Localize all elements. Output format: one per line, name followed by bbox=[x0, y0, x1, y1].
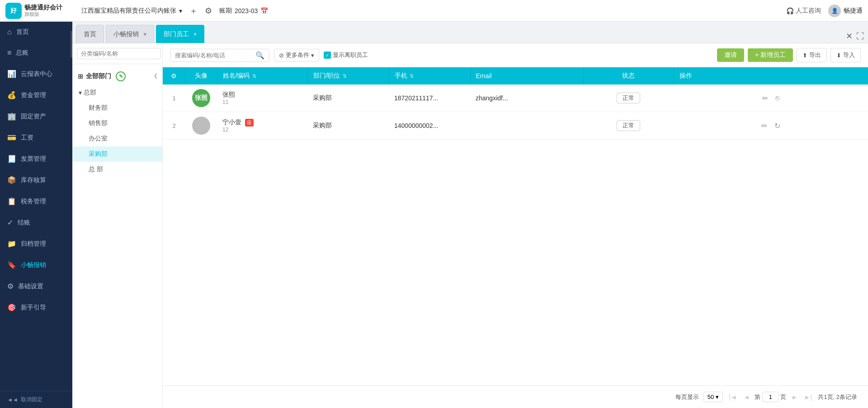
sidebar-item-expense[interactable]: 🔖 小畅报销 bbox=[0, 254, 72, 276]
logo-icon: 好 bbox=[5, 3, 22, 19]
employee-search-input[interactable] bbox=[175, 52, 254, 59]
sidebar-item-archive[interactable]: 📁 归档管理 bbox=[0, 233, 72, 254]
close-tab-btn[interactable]: ✕ bbox=[846, 31, 853, 41]
tab-expense-close[interactable]: × bbox=[143, 31, 146, 38]
sidebar-item-salary[interactable]: 💳 工资 bbox=[0, 127, 72, 148]
chevron-down-icon: ▾ bbox=[79, 89, 82, 96]
sidebar-item-settings[interactable]: ⚙ 基础设置 bbox=[0, 276, 72, 297]
dept-collapse-icon[interactable]: 《 bbox=[151, 73, 157, 80]
th-dept[interactable]: 部门/职位 ⇅ bbox=[307, 67, 389, 84]
sidebar-item-label: 发票管理 bbox=[21, 155, 46, 163]
name-code-1: 张熙 11 bbox=[222, 91, 302, 105]
th-setting[interactable]: ⚙ bbox=[163, 67, 185, 84]
sidebar-item-label: 资金管理 bbox=[21, 91, 46, 99]
row-dept-2: 采购部 bbox=[307, 112, 389, 140]
expand-tab-btn[interactable]: ⛶ bbox=[856, 32, 864, 41]
tab-expense[interactable]: 小畅报销 × bbox=[106, 25, 154, 43]
dept-item-finance[interactable]: 财务部 bbox=[72, 100, 162, 116]
tab-employees-label: 部门员工 bbox=[164, 30, 189, 38]
dept-item-hq[interactable]: ▾ 总部 bbox=[72, 85, 162, 100]
th-name[interactable]: 姓名/编码 ⇅ bbox=[217, 67, 307, 84]
service-button[interactable]: 🎧 人工咨询 bbox=[786, 7, 821, 15]
sidebar-item-guide[interactable]: 🎯 新手引导 bbox=[0, 297, 72, 318]
th-action: 操作 bbox=[674, 67, 868, 84]
import-button[interactable]: ⬇ 导入 bbox=[830, 48, 861, 62]
sidebar-item-inventory[interactable]: 📦 库存核算 bbox=[0, 169, 72, 191]
dept-search-input[interactable] bbox=[77, 48, 161, 59]
dept-item-hq2[interactable]: 总 部 bbox=[72, 162, 162, 177]
dept-purchase-label: 采购部 bbox=[89, 150, 108, 157]
row-actions-2: ✏ ↻ bbox=[674, 112, 868, 140]
archive-icon: 📁 bbox=[7, 239, 16, 248]
sidebar-item-ledger[interactable]: ≡ 总账 bbox=[0, 42, 72, 63]
sidebar-item-funds[interactable]: 💰 资金管理 bbox=[0, 84, 72, 106]
tab-employees[interactable]: 部门员工 × bbox=[156, 25, 204, 43]
sidebar-item-invoice[interactable]: 🧾 发票管理 bbox=[0, 148, 72, 169]
filter-button[interactable]: ⊘ 更多条件 ▾ bbox=[274, 49, 319, 61]
page-content: 🔍 ⊞ 全部部门 ✎ 《 ▾ 总部 财务部 bbox=[72, 43, 868, 408]
th-phone[interactable]: 手机 ⇅ bbox=[389, 67, 470, 84]
add-employee-button[interactable]: + 新增员工 bbox=[748, 48, 793, 62]
employee-panel: 🔍 ⊘ 更多条件 ▾ ✓ 显示离职员工 邀请 bbox=[163, 43, 868, 408]
first-page-btn[interactable]: |◄ bbox=[727, 392, 738, 403]
dept-item-purchase[interactable]: 采购部 bbox=[72, 146, 162, 162]
settings-icon[interactable]: ⚙ bbox=[205, 6, 212, 16]
dept-item-office[interactable]: 办公室 bbox=[72, 131, 162, 146]
sidebar-item-home[interactable]: ⌂ 首页 bbox=[0, 22, 72, 42]
company-selector[interactable]: 江西服宝精品有限责任公司内账张 ▾ bbox=[81, 7, 182, 15]
logout-icon-1[interactable]: ⎋ bbox=[775, 94, 780, 102]
settings-col-icon: ⚙ bbox=[171, 72, 177, 80]
settings-gear-icon: ⚙ bbox=[7, 282, 14, 291]
sidebar-item-tax[interactable]: 📋 税务管理 bbox=[0, 191, 72, 212]
show-left-checkbox[interactable]: ✓ 显示离职员工 bbox=[324, 51, 368, 59]
employee-toolbar: 🔍 ⊘ 更多条件 ▾ ✓ 显示离职员工 邀请 bbox=[163, 43, 868, 67]
unpin-button[interactable]: ◄◄ 取消固定 bbox=[0, 391, 72, 408]
calendar-icon[interactable]: 📅 bbox=[260, 7, 268, 14]
edit-icon-2[interactable]: ✏ bbox=[761, 122, 767, 130]
user-area[interactable]: 👤 畅捷通 bbox=[828, 5, 863, 17]
dept-hq-label: 总部 bbox=[84, 89, 96, 97]
dept-item-sales[interactable]: 销售部 bbox=[72, 116, 162, 131]
tab-home-label: 首页 bbox=[84, 30, 96, 38]
next-page-btn[interactable]: ► bbox=[789, 392, 800, 403]
row-dept-1: 采购部 bbox=[307, 84, 389, 112]
import-icon: ⬇ bbox=[836, 52, 841, 59]
th-email: Email bbox=[470, 67, 583, 84]
company-name: 江西服宝精品有限责任公司内账张 bbox=[81, 7, 176, 15]
search-icon[interactable]: 🔍 bbox=[255, 51, 264, 60]
prev-page-btn[interactable]: ◄ bbox=[741, 392, 752, 403]
refresh-icon-2[interactable]: ↻ bbox=[774, 122, 780, 130]
top-header: 好 畅捷通好会计 旗舰版 江西服宝精品有限责任公司内账张 ▾ ＋ ⚙ 账期 20… bbox=[0, 0, 868, 22]
page-label: 第 bbox=[755, 393, 760, 401]
dept-office-label: 办公室 bbox=[89, 135, 108, 142]
tab-employees-close[interactable]: × bbox=[193, 31, 197, 38]
row-status-2: 正常 bbox=[583, 112, 674, 140]
dept-edit-button[interactable]: ✎ bbox=[116, 71, 126, 81]
export-button[interactable]: ⬆ 导出 bbox=[797, 48, 827, 62]
per-page-select[interactable]: 50 ▾ bbox=[703, 392, 723, 402]
tab-home[interactable]: 首页 bbox=[76, 25, 104, 43]
sidebar-item-checkout[interactable]: ✓ 结账 bbox=[0, 212, 72, 233]
row-phone-1: 18720211117... bbox=[389, 84, 470, 112]
dept-panel: 🔍 ⊞ 全部部门 ✎ 《 ▾ 总部 财务部 bbox=[72, 43, 163, 408]
sidebar-item-assets[interactable]: 🏢 固定资产 bbox=[0, 106, 72, 127]
export-label: 导出 bbox=[809, 51, 821, 59]
sidebar: ⌂ 首页 ≡ 总账 📊 云报表中心 💰 资金管理 🏢 固定资产 💳 工资 bbox=[0, 22, 72, 408]
dept-sales-label: 销售部 bbox=[89, 119, 108, 127]
row-name-2: 宁小壹 应 12 bbox=[217, 112, 307, 140]
edit-icon-1[interactable]: ✏ bbox=[762, 94, 768, 103]
sidebar-item-reports[interactable]: 📊 云报表中心 bbox=[0, 63, 72, 84]
expense-icon: 🔖 bbox=[7, 261, 16, 269]
invite-button[interactable]: 邀请 bbox=[717, 48, 744, 62]
dept-tree: ⊞ 全部部门 ✎ 《 ▾ 总部 财务部 销售部 bbox=[72, 64, 162, 408]
tab-bar: 首页 小畅报销 × 部门员工 × ✕ ⛶ bbox=[72, 22, 868, 43]
all-dept-item[interactable]: ⊞ 全部部门 ✎ 《 bbox=[72, 68, 162, 85]
page-input[interactable] bbox=[762, 392, 778, 402]
add-icon[interactable]: ＋ bbox=[189, 5, 198, 16]
total-info: 共1页, 2条记录 bbox=[818, 393, 857, 401]
top-right: 🎧 人工咨询 👤 畅捷通 bbox=[786, 5, 863, 17]
sidebar-item-label: 新手引导 bbox=[21, 304, 46, 312]
row-avatar-1: 张照 bbox=[185, 84, 217, 112]
last-page-btn[interactable]: ►| bbox=[802, 392, 813, 403]
reports-icon: 📊 bbox=[7, 70, 16, 78]
